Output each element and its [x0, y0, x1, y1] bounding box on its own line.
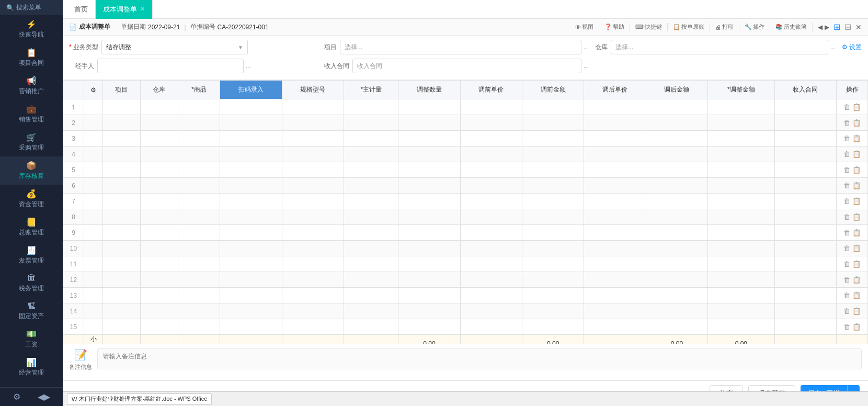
cell-scan[interactable]	[220, 146, 282, 162]
delete-icon[interactable]: 🗑	[843, 244, 850, 252]
delete-icon[interactable]: 🗑	[843, 291, 850, 299]
remark-icon-button[interactable]: 📝 备注信息	[69, 348, 92, 371]
table-row[interactable]: 15🗑📋	[63, 319, 868, 335]
warehouse-select[interactable]: 选择...	[611, 40, 828, 54]
col-settings[interactable]: ⚙	[84, 81, 103, 99]
cell-before_price[interactable]	[460, 178, 522, 194]
cell-adjust_amount[interactable]	[708, 146, 774, 162]
copy-icon[interactable]: 📋	[852, 103, 861, 111]
cell-unit[interactable]	[344, 225, 398, 241]
cell-before_price[interactable]	[460, 288, 522, 303]
cell-before_amount[interactable]	[522, 288, 584, 303]
table-row[interactable]: 9🗑📋	[63, 225, 868, 241]
cell-adjust_amount[interactable]	[708, 194, 774, 209]
cell-before_price[interactable]	[460, 303, 522, 319]
cell-warehouse[interactable]	[140, 319, 178, 335]
table-row[interactable]: 14🗑📋	[63, 303, 868, 319]
cell-project[interactable]	[103, 256, 141, 272]
delete-icon[interactable]: 🗑	[843, 307, 850, 315]
table-row[interactable]: 3🗑📋	[63, 131, 868, 146]
cell-adjust_qty[interactable]	[398, 146, 460, 162]
cell-adjust_qty[interactable]	[398, 131, 460, 146]
cell-after_price[interactable]	[584, 288, 646, 303]
cell-adjust_qty[interactable]	[398, 115, 460, 131]
cell-warehouse[interactable]	[140, 194, 178, 209]
cell-before_price[interactable]	[460, 194, 522, 209]
cell-adjust_amount[interactable]	[708, 272, 774, 288]
cell-project[interactable]	[103, 99, 141, 115]
cell-before_price[interactable]	[460, 272, 522, 288]
delete-icon[interactable]: 🗑	[843, 182, 850, 189]
cell-warehouse[interactable]	[140, 288, 178, 303]
cell-project[interactable]	[103, 162, 141, 178]
cell-adjust_qty[interactable]	[398, 225, 460, 241]
action-print[interactable]: 🖨打印	[715, 23, 734, 31]
cell-spec[interactable]	[282, 162, 344, 178]
cell-before_amount[interactable]	[522, 209, 584, 225]
cell-after_price[interactable]	[584, 162, 646, 178]
cell-unit[interactable]	[344, 241, 398, 256]
business-type-select[interactable]: 结存调整 ▼	[101, 40, 248, 54]
sidebar-item-fund-mgmt[interactable]: 💰资金管理	[0, 185, 63, 213]
cell-warehouse[interactable]	[140, 146, 178, 162]
sidebar-item-invoice-mgmt[interactable]: 🧾发票管理	[0, 241, 63, 269]
cell-project[interactable]	[103, 194, 141, 209]
cell-scan[interactable]	[220, 99, 282, 115]
cell-product[interactable]	[178, 99, 220, 115]
delete-icon[interactable]: 🗑	[843, 150, 850, 158]
cell-before_amount[interactable]	[522, 115, 584, 131]
cell-unit[interactable]	[344, 209, 398, 225]
cell-warehouse[interactable]	[140, 272, 178, 288]
cell-spec[interactable]	[282, 194, 344, 209]
cell-scan[interactable]	[220, 256, 282, 272]
cell-after_amount[interactable]	[646, 303, 707, 319]
cell-before_amount[interactable]	[522, 162, 584, 178]
view-grid-icon[interactable]: ⊞	[833, 22, 840, 32]
cell-unit[interactable]	[344, 162, 398, 178]
copy-icon[interactable]: 📋	[852, 213, 861, 221]
cell-after_price[interactable]	[584, 256, 646, 272]
cell-before_price[interactable]	[460, 146, 522, 162]
cell-after_price[interactable]	[584, 319, 646, 335]
cell-before_amount[interactable]	[522, 178, 584, 194]
delete-icon[interactable]: 🗑	[843, 276, 850, 284]
cell-adjust_amount[interactable]	[708, 256, 774, 272]
cell-project[interactable]	[103, 241, 141, 256]
sidebar-item-quick-nav[interactable]: ⚡快速导航	[0, 15, 63, 43]
cell-product[interactable]	[178, 194, 220, 209]
cell-after_amount[interactable]	[646, 209, 707, 225]
cell-revenue_contract[interactable]	[774, 162, 836, 178]
cell-spec[interactable]	[282, 209, 344, 225]
cell-before_amount[interactable]	[522, 319, 584, 335]
cell-revenue_contract[interactable]	[774, 319, 836, 335]
cell-spec[interactable]	[282, 241, 344, 256]
cell-revenue_contract[interactable]	[774, 115, 836, 131]
table-row[interactable]: 12🗑📋	[63, 272, 868, 288]
cell-project[interactable]	[103, 131, 141, 146]
copy-icon[interactable]: 📋	[852, 182, 861, 189]
cell-after_price[interactable]	[584, 178, 646, 194]
cell-before_amount[interactable]	[522, 131, 584, 146]
cell-after_price[interactable]	[584, 225, 646, 241]
cell-project[interactable]	[103, 319, 141, 335]
cell-before_amount[interactable]	[522, 194, 584, 209]
sidebar-item-sales-mgmt[interactable]: 💼销售管理	[0, 100, 63, 128]
cell-adjust_qty[interactable]	[398, 209, 460, 225]
nav-next-button[interactable]: ▶	[825, 24, 829, 31]
sidebar-item-tax-mgmt[interactable]: 🏛税务管理	[0, 269, 63, 297]
sidebar-item-inventory[interactable]: 📦库存核算	[0, 156, 63, 185]
sidebar-search[interactable]: 🔍 搜索菜单	[0, 0, 63, 15]
cell-after_amount[interactable]	[646, 115, 707, 131]
cell-adjust_amount[interactable]	[708, 162, 774, 178]
taskbar-item[interactable]: W 木门行业好业财处理方案-墓红红.doc - WPS Office	[67, 393, 212, 405]
cell-revenue_contract[interactable]	[774, 303, 836, 319]
cell-before_price[interactable]	[460, 225, 522, 241]
cell-project[interactable]	[103, 178, 141, 194]
sidebar-item-purchase-mgmt[interactable]: 🛒采购管理	[0, 128, 63, 156]
copy-icon[interactable]: 📋	[852, 276, 861, 284]
cell-unit[interactable]	[344, 194, 398, 209]
copy-icon[interactable]: 📋	[852, 229, 861, 236]
cell-warehouse[interactable]	[140, 178, 178, 194]
tab-cost-adjust[interactable]: 成本调整单✕	[96, 0, 153, 19]
cell-after_price[interactable]	[584, 194, 646, 209]
